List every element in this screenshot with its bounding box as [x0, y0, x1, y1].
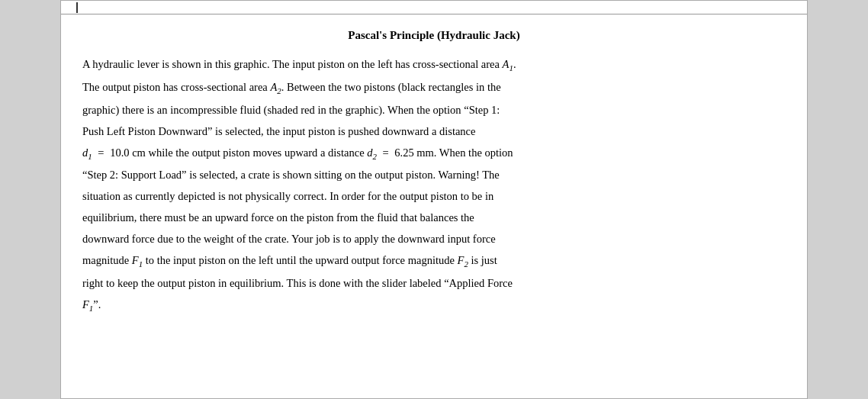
para10-mid: to the input piston on the left until th… — [143, 254, 457, 266]
title-area: Pascal's Principle (Hydraulic Jack) — [61, 14, 807, 50]
para12-end: ”. — [93, 298, 101, 311]
para5-val2: 6.25 mm. When the option — [394, 146, 513, 159]
para10-end: is just — [468, 254, 497, 266]
para1-period: . — [513, 58, 516, 70]
paragraph-9: downward force due to the weight of the … — [82, 230, 786, 249]
paragraph-5: d1 = 10.0 cm while the output piston mov… — [82, 144, 786, 164]
para8-text: equilibrium, there must be an upward for… — [82, 211, 474, 224]
para2-end: . Between the two pistons (black rectang… — [281, 81, 501, 93]
paragraph-7: situation as currently depicted is not p… — [82, 188, 786, 206]
para6-text: “Step 2: Support Load” is selected, a cr… — [82, 169, 500, 181]
paragraph-1: A hydraulic lever is shown in this graph… — [82, 56, 786, 76]
para10-start: magnitude — [82, 254, 132, 266]
paragraph-12: F1”. — [82, 296, 786, 316]
para5-eq1: = — [92, 146, 110, 159]
para1-text: A hydraulic lever is shown in this graph… — [82, 58, 503, 70]
para11-text: right to keep the output piston in equil… — [82, 277, 513, 289]
page-container: Pascal's Principle (Hydraulic Jack) A hy… — [0, 0, 868, 399]
paragraph-8: equilibrium, there must be an upward for… — [82, 209, 786, 227]
para7-text: situation as currently depicted is not p… — [82, 190, 493, 202]
cursor — [76, 2, 78, 13]
paragraph-2: The output piston has cross-sectional ar… — [82, 79, 786, 98]
para5-sub1: 1 — [88, 151, 92, 160]
paragraph-11: right to keep the output piston in equil… — [82, 275, 786, 293]
paragraph-10: magnitude F1 to the input piston on the … — [82, 252, 786, 272]
page-title: Pascal's Principle (Hydraulic Jack) — [348, 29, 519, 41]
para2-var-A2: A — [270, 81, 277, 93]
para5-val1: 10.0 cm while the output piston moves up… — [110, 146, 367, 159]
top-bar — [61, 1, 807, 14]
paragraph-4: Push Left Piston Downward” is selected, … — [82, 123, 786, 141]
paragraph-6: “Step 2: Support Load” is selected, a cr… — [82, 166, 786, 185]
para5-eq2: = — [377, 146, 394, 159]
para3-text: graphic) there is an incompressible flui… — [82, 104, 500, 116]
content-box: Pascal's Principle (Hydraulic Jack) A hy… — [60, 0, 808, 399]
paragraph-3: graphic) there is an incompressible flui… — [82, 101, 786, 120]
para4-text: Push Left Piston Downward” is selected, … — [82, 125, 475, 137]
para10-F1: F — [132, 254, 139, 266]
para2-start: The output piston has cross-sectional ar… — [82, 81, 270, 93]
para9-text: downward force due to the weight of the … — [82, 233, 496, 245]
body-content: A hydraulic lever is shown in this graph… — [61, 50, 807, 334]
para12-F1: F — [82, 298, 89, 311]
